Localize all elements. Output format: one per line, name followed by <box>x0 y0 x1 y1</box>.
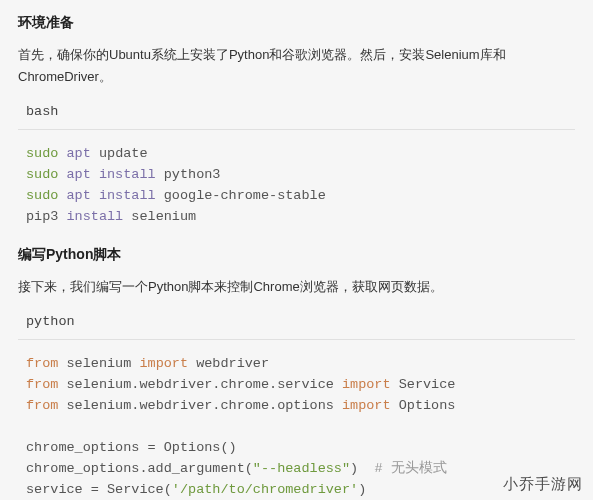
code-token: import <box>342 377 391 392</box>
code-token: sudo <box>26 146 58 161</box>
code-token: "--headless" <box>253 461 350 476</box>
code-token: apt install <box>67 188 156 203</box>
code-token: selenium <box>131 209 196 224</box>
code-token: Service <box>399 377 456 392</box>
code-divider-1 <box>18 129 575 130</box>
code-token: from <box>26 377 58 392</box>
section1-heading: 环境准备 <box>18 14 575 32</box>
code-token: from <box>26 398 58 413</box>
code-token: apt <box>67 146 91 161</box>
code-token: apt install <box>67 167 156 182</box>
code-token: '/path/to/chromedriver' <box>172 482 358 497</box>
section2-heading: 编写Python脚本 <box>18 246 575 264</box>
code-token: import <box>342 398 391 413</box>
code-token: update <box>99 146 148 161</box>
section2-lang-label: python <box>26 314 575 329</box>
code-token: sudo <box>26 167 58 182</box>
code-token: pip3 <box>26 209 58 224</box>
bash-code-block: sudo apt update sudo apt install python3… <box>26 144 575 228</box>
code-token: ) <box>350 461 374 476</box>
code-token: chrome_options = Options() <box>26 440 237 455</box>
code-token: webdriver <box>196 356 269 371</box>
section1-lang-label: bash <box>26 104 575 119</box>
code-token: # 无头模式 <box>374 461 446 476</box>
code-token: import <box>139 356 188 371</box>
section1-intro: 首先，确保你的Ubuntu系统上安装了Python和谷歌浏览器。然后，安装Sel… <box>18 44 575 88</box>
code-token: python3 <box>164 167 221 182</box>
code-token: selenium.webdriver.chrome.options <box>67 398 334 413</box>
watermark-text: 小乔手游网 <box>503 475 583 494</box>
code-token: ) <box>358 482 366 497</box>
code-divider-2 <box>18 339 575 340</box>
code-token: from <box>26 356 58 371</box>
section2-intro: 接下来，我们编写一个Python脚本来控制Chrome浏览器，获取网页数据。 <box>18 276 575 298</box>
code-token: Options <box>399 398 456 413</box>
code-token: selenium.webdriver.chrome.service <box>67 377 334 392</box>
code-token: service = Service( <box>26 482 172 497</box>
python-code-block: from selenium import webdriver from sele… <box>26 354 575 500</box>
code-token: google-chrome-stable <box>164 188 326 203</box>
code-token: install <box>67 209 124 224</box>
code-token: selenium <box>67 356 132 371</box>
code-token: sudo <box>26 188 58 203</box>
code-token: chrome_options.add_argument( <box>26 461 253 476</box>
